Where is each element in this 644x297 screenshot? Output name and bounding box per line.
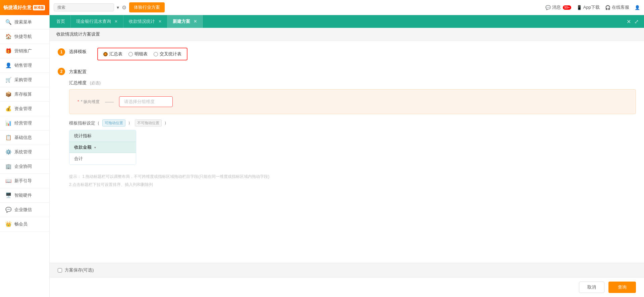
settings-icon[interactable]: ⚙ <box>122 4 126 11</box>
dropdown-arrow-icon[interactable]: ▾ <box>117 5 119 10</box>
tab-home[interactable]: 首页 <box>50 15 71 28</box>
sidebar-item-label: 企业协同 <box>14 163 32 169</box>
sidebar-item-guide[interactable]: 📖 新手引导 <box>0 174 49 188</box>
radio-detail-label: 明细表 <box>135 51 148 57</box>
sidebar-item-purchase[interactable]: 🛒 采购管理 <box>0 73 49 87</box>
sidebar-item-sales[interactable]: 👤 销售管理 <box>0 58 49 73</box>
tab-bank-flow[interactable]: 现金银行流水查询 ✕ <box>71 15 123 28</box>
header-right: 💬 消息 99+ 📱 App下载 🎧 在线客服 👤 <box>545 4 640 10</box>
tab-collection-stats[interactable]: 收款情况统计 ✕ <box>123 15 167 28</box>
radio-summary[interactable]: 汇总表 <box>103 51 122 57</box>
vertical-dimension-label: * * 纵向维度 <box>77 99 100 105</box>
user-icon: 👤 <box>635 5 640 10</box>
sidebar-item-label: 资金管理 <box>14 106 32 112</box>
window-maximize-icon[interactable]: ⤢ <box>634 18 639 25</box>
sidebar-item-label: 智能硬件 <box>14 192 32 198</box>
sidebar-item-finance[interactable]: 💰 资金管理 <box>0 102 49 116</box>
tab-new-plan-label: 新建方案 <box>173 18 190 24</box>
metrics-header: 模板指标设定（ 可拖动位置 ） 不可拖动位置 ） <box>69 119 636 127</box>
sidebar-item-member[interactable]: 👑 畅会员 <box>0 217 49 232</box>
tips-section: 提示： 1.拖动标题栏可以调整布局，不可跨维度或指标区域拖动栏目字段(只能在同一… <box>69 172 636 189</box>
message-badge: 99+ <box>563 5 571 10</box>
support-item[interactable]: 🎧 在线客服 <box>605 4 629 10</box>
radio-cross[interactable]: 交叉统计表 <box>154 51 181 57</box>
sidebar-item-marketing[interactable]: 🎁 营销推广 <box>0 44 49 58</box>
radio-summary-input[interactable] <box>103 52 108 56</box>
dimension-area: * * 纵向维度 —— 请选择分组维度 <box>69 89 636 114</box>
tip-1: 提示： 1.拖动标题栏可以调整布局，不可跨维度或指标区域拖动栏目字段(只能在同一… <box>69 172 636 181</box>
sidebar-item-system[interactable]: ⚙️ 系统管理 <box>0 145 49 159</box>
book-icon: 📖 <box>5 178 12 184</box>
save-checkbox[interactable] <box>58 268 62 273</box>
tab-new-plan-close[interactable]: ✕ <box>194 19 197 24</box>
radio-detail[interactable]: 明细表 <box>128 51 148 57</box>
sidebar-item-wechat[interactable]: 💬 企业微信 <box>0 203 49 217</box>
sidebar-item-search-menu[interactable]: 🔍 搜索菜单 <box>0 15 49 30</box>
person-icon: 👤 <box>5 62 12 68</box>
gear-icon: ⚙️ <box>5 149 12 155</box>
draggable-badge: 可拖动位置 <box>102 119 125 127</box>
header: ▾ ⚙ 体验行业方案 💬 消息 99+ 📱 App下载 🎧 在线客服 👤 <box>50 0 644 15</box>
step1-number: 1 <box>58 48 65 56</box>
sidebar-logo: 畅捷通好生意 标准版 <box>0 0 49 15</box>
search-input[interactable] <box>54 3 114 11</box>
sidebar-item-operations[interactable]: 📊 经营管理 <box>0 116 49 131</box>
sidebar-item-enterprise[interactable]: 🏢 企业协同 <box>0 159 49 174</box>
tab-new-plan[interactable]: 新建方案 ✕ <box>167 15 203 28</box>
query-button[interactable]: 查询 <box>608 282 636 293</box>
building-icon: 🏢 <box>5 163 12 169</box>
tab-collection-stats-close[interactable]: ✕ <box>158 19 162 24</box>
tab-home-label: 首页 <box>56 18 65 24</box>
sidebar-item-quick-nav[interactable]: 🏠 快捷导航 <box>0 30 49 44</box>
required-star: * <box>77 99 79 104</box>
save-label[interactable]: 方案保存(可选) <box>65 267 94 273</box>
chat-icon: 💬 <box>5 207 12 213</box>
radio-detail-input[interactable] <box>128 52 133 56</box>
sidebar-item-label: 经营管理 <box>14 120 32 126</box>
clipboard-icon: 📋 <box>5 135 12 141</box>
sidebar-item-label: 采购管理 <box>14 77 32 83</box>
tab-bank-flow-close[interactable]: ✕ <box>114 19 118 24</box>
support-icon: 🎧 <box>605 5 610 10</box>
industry-btn[interactable]: 体验行业方案 <box>129 2 165 12</box>
window-close-icon[interactable]: ✕ <box>627 18 631 25</box>
metrics-section: 模板指标设定（ 可拖动位置 ） 不可拖动位置 ） 统计指标 <box>69 119 636 166</box>
sidebar-item-hardware[interactable]: 🖥️ 智能硬件 <box>0 188 49 203</box>
user-avatar[interactable]: 👤 <box>635 5 640 10</box>
radio-cross-input[interactable] <box>154 52 158 56</box>
dimension-row: * * 纵向维度 —— 请选择分组维度 <box>77 96 628 107</box>
save-section: 方案保存(可选) <box>50 263 644 277</box>
support-label: 在线客服 <box>612 4 629 10</box>
cart-icon: 🛒 <box>5 77 12 83</box>
template-selection-box: 汇总表 明细表 交叉统计表 <box>97 48 187 60</box>
dimension-required: (必选) <box>90 80 101 86</box>
sidebar-item-inventory[interactable]: 📦 库存核算 <box>0 87 49 102</box>
chart-icon: 📊 <box>5 120 12 126</box>
total-row: 合计 <box>69 153 136 164</box>
sidebar-item-label: 新手引导 <box>14 178 32 184</box>
message-item[interactable]: 💬 消息 99+ <box>545 4 571 10</box>
step1-section: 1 选择模板 汇总表 明细表 交叉统计表 <box>58 48 636 60</box>
step2-number: 2 <box>58 68 65 75</box>
sidebar-item-label: 营销推广 <box>14 48 32 54</box>
message-icon: 💬 <box>545 5 551 10</box>
sidebar-item-label: 基础信息 <box>14 135 32 141</box>
window-controls: ✕ ⤢ <box>627 18 644 25</box>
sidebar-item-basic-info[interactable]: 📋 基础信息 <box>0 131 49 145</box>
collection-amount-cell[interactable]: 收款金额 ▾ <box>69 142 136 153</box>
cancel-button[interactable]: 取消 <box>579 282 604 293</box>
footer: 取消 查询 <box>50 277 644 297</box>
sidebar-item-label: 畅会员 <box>14 221 28 227</box>
column-dropdown-icon[interactable]: ▾ <box>94 146 96 149</box>
download-label: App下载 <box>583 4 600 10</box>
radio-summary-label: 汇总表 <box>109 51 122 57</box>
download-item[interactable]: 📱 App下载 <box>577 4 600 10</box>
arrow-icon: —— <box>105 99 114 104</box>
breadcrumb: 收款情况统计方案设置 <box>50 28 644 41</box>
download-icon: 📱 <box>577 5 582 10</box>
tab-bar: 首页 现金银行流水查询 ✕ 收款情况统计 ✕ 新建方案 ✕ ✕ ⤢ <box>50 15 644 28</box>
dimension-select[interactable]: 请选择分组维度 <box>119 96 173 107</box>
sidebar: 畅捷通好生意 标准版 🔍 搜索菜单 🏠 快捷导航 🎁 营销推广 👤 销售管理 🛒… <box>0 0 50 297</box>
search-icon: 🔍 <box>5 19 12 25</box>
monitor-icon: 🖥️ <box>5 192 12 198</box>
